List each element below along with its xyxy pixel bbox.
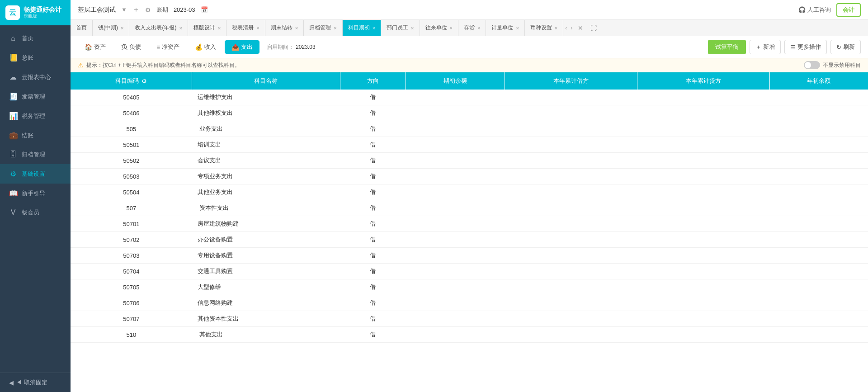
- cell-ytd-debit: [505, 248, 637, 264]
- refresh-button[interactable]: ↻ 刷新: [830, 40, 861, 54]
- cell-dir: 借: [340, 137, 406, 153]
- period-label-sub: 启用期间：: [267, 43, 294, 51]
- cell-year-init: [769, 264, 868, 279]
- more-button[interactable]: ☰ 更多操作: [784, 40, 827, 54]
- sidebar-item-invoice[interactable]: 🧾 发票管理: [0, 87, 71, 106]
- sidebar-collapse[interactable]: ◀ ◀ 取消固定: [0, 373, 71, 392]
- table-row[interactable]: 50703 专用设备购置 借: [71, 248, 868, 264]
- expand-tabs[interactable]: ⛶: [587, 24, 600, 32]
- sidebar-item-guide[interactable]: 📖 新手引导: [0, 184, 71, 203]
- tab-label-template: 模版设计: [193, 24, 215, 32]
- balance-button[interactable]: 试算平衡: [708, 40, 746, 54]
- calendar-icon[interactable]: 📅: [201, 6, 208, 13]
- cell-year-init: [769, 184, 868, 200]
- company-dropdown-icon[interactable]: ▼: [121, 6, 127, 13]
- col-gear-icon[interactable]: ⚙: [142, 78, 147, 85]
- table-row[interactable]: 507 资本性支出 借: [71, 200, 868, 216]
- table-row[interactable]: 50704 交通工具购置 借: [71, 264, 868, 279]
- cell-balance-init: [406, 248, 505, 264]
- more-icon: ☰: [790, 44, 796, 51]
- table-row[interactable]: 50707 其他资本性支出 借: [71, 311, 868, 327]
- table-row[interactable]: 50406 其他维权支出 借: [71, 105, 868, 121]
- sidebar-item-vip[interactable]: V 畅会员: [0, 203, 71, 222]
- sidebar-item-home[interactable]: ⌂ 首页: [0, 29, 71, 48]
- tab-close-period-end[interactable]: ×: [295, 25, 298, 31]
- tab-stock[interactable]: 存货 ×: [458, 20, 486, 36]
- tab-close-currency[interactable]: ×: [555, 25, 557, 31]
- table-row[interactable]: 50701 房屋建筑物购建 借: [71, 216, 868, 232]
- invoice-icon: 🧾: [9, 92, 17, 101]
- add-label: 新增: [763, 43, 775, 51]
- help-button[interactable]: 🎧 人工咨询: [798, 6, 831, 14]
- table-row[interactable]: 50706 信息网络购建 借: [71, 295, 868, 311]
- cell-code: 50703: [71, 248, 192, 264]
- tab-unit[interactable]: 计量单位 ×: [486, 20, 524, 36]
- kuaiji-button[interactable]: 会计: [836, 3, 861, 17]
- tab-archive[interactable]: 归档管理 ×: [304, 20, 342, 36]
- tab-close-qian[interactable]: ×: [121, 25, 123, 31]
- tab-dept-staff[interactable]: 部门员工 ×: [381, 20, 420, 36]
- sidebar-nav: ⌂ 首页 📒 总账 ☁ 云报表中心 🧾 发票管理 📊 税务管理 💼 结账 🗄 归…: [0, 25, 71, 373]
- sub-tab-asset[interactable]: 🏠 资产: [78, 40, 113, 54]
- table-row[interactable]: 50504 其他业务支出 借: [71, 184, 868, 200]
- cell-dir: 借: [340, 248, 406, 264]
- tab-home[interactable]: 首页: [71, 20, 93, 36]
- tab-close-unit[interactable]: ×: [516, 25, 519, 31]
- settings-gear-icon[interactable]: ⚙: [145, 6, 151, 14]
- sidebar-item-checkout[interactable]: 💼 结账: [0, 126, 71, 145]
- cell-ytd-credit: [637, 216, 769, 232]
- table-row[interactable]: 50502 会议支出 借: [71, 153, 868, 169]
- table-row[interactable]: 50503 专项业务支出 借: [71, 169, 868, 184]
- sidebar-item-tax[interactable]: 📊 税务管理: [0, 106, 71, 126]
- tab-template[interactable]: 模版设计 ×: [188, 20, 226, 36]
- cell-code: 50707: [71, 311, 192, 327]
- table-row[interactable]: 50501 培训支出 借: [71, 137, 868, 153]
- tab-close-archive[interactable]: ×: [334, 25, 336, 31]
- table-row[interactable]: 50705 大型修缮 借: [71, 279, 868, 295]
- settings-icon: ⚙: [9, 170, 17, 178]
- table-row[interactable]: 505 业务支出 借: [71, 121, 868, 137]
- sidebar-item-archive[interactable]: 🗄 归档管理: [0, 145, 71, 164]
- cell-name: 信息网络购建: [192, 295, 340, 311]
- tab-close-subject-init[interactable]: ×: [373, 25, 375, 31]
- tab-close-dept-staff[interactable]: ×: [411, 25, 414, 31]
- sidebar-label-home: 首页: [22, 34, 33, 43]
- table-row[interactable]: 510 其他支出 借: [71, 327, 868, 343]
- tab-partner[interactable]: 往来单位 ×: [420, 20, 458, 36]
- close-all-tabs[interactable]: ✕: [574, 24, 587, 32]
- tab-close-template[interactable]: ×: [218, 25, 221, 31]
- table-row[interactable]: 50405 运维维护支出 借: [71, 90, 868, 105]
- table-area[interactable]: 科目编码 ⚙ 科目名称 方向 期初余额 本年累计借方 本年累计贷方 年初余额 5…: [71, 72, 868, 392]
- tab-period-end[interactable]: 期末结转 ×: [265, 20, 304, 36]
- sub-tab-income[interactable]: 💰 收入: [188, 40, 223, 54]
- sidebar-label-guide: 新手引导: [22, 189, 45, 198]
- cell-ytd-credit: [637, 248, 769, 264]
- add-button[interactable]: ＋ 新增: [750, 40, 781, 54]
- tab-close-taxlist[interactable]: ×: [256, 25, 259, 31]
- sub-tab-expense[interactable]: 📤 支出: [225, 40, 259, 54]
- tab-currency[interactable]: 币种设置 ×: [525, 20, 563, 36]
- tab-subject-init[interactable]: 科目期初 ×: [343, 20, 381, 36]
- tab-label-taxlist: 税表清册: [232, 24, 254, 32]
- sub-tab-netasset[interactable]: ≡ 净资产: [150, 40, 186, 54]
- tab-close-stock[interactable]: ×: [477, 25, 480, 31]
- cell-code: 507: [71, 200, 192, 216]
- tabs-prev[interactable]: ‹: [563, 25, 569, 31]
- tab-close-report[interactable]: ×: [179, 25, 182, 31]
- tab-report[interactable]: 收入支出表(年报) ×: [129, 20, 188, 36]
- toggle-disabled-switch[interactable]: [804, 61, 820, 69]
- sidebar-item-settings[interactable]: ⚙ 基础设置: [0, 164, 71, 184]
- sidebar-item-cloud[interactable]: ☁ 云报表中心: [0, 67, 71, 87]
- checkout-icon: 💼: [9, 131, 17, 140]
- tab-taxlist[interactable]: 税表清册 ×: [226, 20, 265, 36]
- tab-qian[interactable]: 钱(中期) ×: [93, 20, 129, 36]
- col-header-dir: 方向: [340, 72, 406, 90]
- add-tab-icon[interactable]: ＋: [132, 5, 140, 14]
- tabs-next[interactable]: ›: [569, 25, 574, 31]
- tab-close-partner[interactable]: ×: [450, 25, 453, 31]
- table-row[interactable]: 50702 办公设备购置 借: [71, 232, 868, 248]
- cell-ytd-debit: [505, 216, 637, 232]
- sidebar-item-ledger[interactable]: 📒 总账: [0, 48, 71, 67]
- sub-tab-liability[interactable]: 负 负债: [114, 40, 148, 54]
- cell-ytd-debit: [505, 137, 637, 153]
